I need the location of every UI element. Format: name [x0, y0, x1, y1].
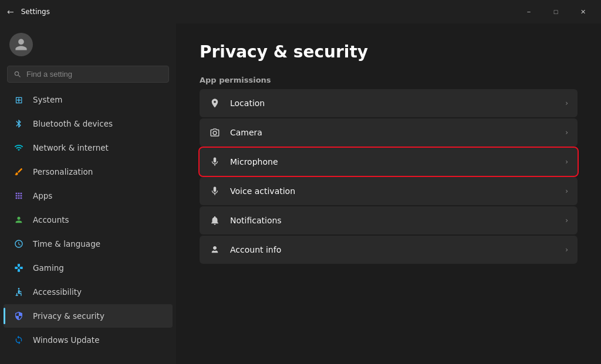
location-icon: [209, 97, 221, 109]
chevron-right-icon: ›: [565, 158, 568, 166]
privacy-icon: [13, 310, 25, 322]
sidebar-item-personalization[interactable]: Personalization: [4, 160, 173, 183]
main-content: Privacy & security App permissions Locat…: [176, 23, 601, 364]
back-icon[interactable]: ←: [7, 7, 14, 16]
settings-row-account[interactable]: Account info ›: [200, 236, 578, 264]
sidebar-item-label: Accessibility: [33, 287, 163, 297]
row-label: Location: [230, 98, 556, 108]
row-label: Notifications: [230, 216, 556, 225]
search-box[interactable]: [7, 66, 169, 83]
settings-row-microphone[interactable]: Microphone ›: [200, 148, 578, 176]
notifications-icon: [209, 215, 221, 226]
accounts-icon: [13, 214, 25, 226]
user-profile[interactable]: [0, 23, 176, 63]
sidebar-item-label: Privacy & security: [33, 311, 163, 321]
sidebar-item-accessibility[interactable]: Accessibility: [4, 280, 173, 304]
title-bar-left: ← Settings: [7, 7, 50, 16]
user-avatar-icon: [14, 38, 28, 52]
voice-icon: [209, 185, 221, 197]
sidebar: ⊞ System Bluetooth & devices Network & i…: [0, 23, 176, 364]
sidebar-item-network[interactable]: Network & internet: [4, 136, 173, 159]
sidebar-item-gaming[interactable]: Gaming: [4, 256, 173, 280]
section-title: App permissions: [200, 76, 578, 84]
update-icon: [13, 334, 25, 346]
sidebar-item-label: Gaming: [33, 263, 163, 273]
apps-icon: [13, 190, 25, 202]
minimize-button[interactable]: −: [515, 2, 542, 21]
settings-list: Location › Camera › Microphone ›: [200, 89, 578, 264]
row-label: Camera: [230, 128, 556, 137]
account-icon: [209, 244, 221, 256]
sidebar-item-label: Bluetooth & devices: [33, 119, 163, 128]
chevron-right-icon: ›: [565, 99, 568, 107]
settings-row-voice[interactable]: Voice activation ›: [200, 177, 578, 205]
maximize-button[interactable]: □: [542, 2, 569, 21]
row-label: Microphone: [230, 157, 556, 166]
camera-icon: [209, 127, 221, 138]
chevron-right-icon: ›: [565, 246, 568, 254]
search-input[interactable]: [26, 70, 163, 79]
settings-row-camera[interactable]: Camera ›: [200, 118, 578, 147]
sidebar-item-label: System: [33, 95, 163, 104]
chevron-right-icon: ›: [565, 187, 568, 195]
chevron-right-icon: ›: [565, 128, 568, 137]
accessibility-icon: [13, 286, 25, 298]
title-bar: ← Settings − □ ✕: [0, 0, 601, 23]
personalization-icon: [13, 166, 25, 178]
sidebar-item-label: Personalization: [33, 167, 163, 176]
sidebar-item-label: Apps: [33, 191, 163, 200]
sidebar-item-label: Time & language: [33, 239, 163, 249]
chevron-right-icon: ›: [565, 216, 568, 224]
title-bar-controls: − □ ✕: [515, 2, 596, 21]
sidebar-item-system[interactable]: ⊞ System: [4, 88, 173, 111]
sidebar-item-apps[interactable]: Apps: [4, 184, 173, 207]
avatar: [9, 33, 33, 56]
sidebar-item-label: Accounts: [33, 215, 163, 224]
svg-point-0: [18, 288, 20, 290]
settings-row-notifications[interactable]: Notifications ›: [200, 206, 578, 234]
time-icon: [13, 238, 25, 250]
app-title: Settings: [21, 8, 50, 16]
system-icon: ⊞: [13, 94, 25, 106]
sidebar-item-label: Network & internet: [33, 143, 163, 152]
gaming-icon: [13, 262, 25, 274]
close-button[interactable]: ✕: [569, 2, 596, 21]
sidebar-item-bluetooth[interactable]: Bluetooth & devices: [4, 112, 173, 135]
search-icon: [13, 70, 22, 79]
app-body: ⊞ System Bluetooth & devices Network & i…: [0, 23, 601, 364]
sidebar-nav: ⊞ System Bluetooth & devices Network & i…: [0, 87, 176, 352]
bluetooth-icon: [13, 118, 25, 130]
sidebar-item-time[interactable]: Time & language: [4, 232, 173, 256]
search-container: [0, 63, 176, 87]
settings-row-location[interactable]: Location ›: [200, 89, 578, 117]
sidebar-item-label: Windows Update: [33, 335, 163, 345]
row-label: Account info: [230, 245, 556, 254]
page-title: Privacy & security: [200, 42, 578, 62]
sidebar-item-accounts[interactable]: Accounts: [4, 208, 173, 232]
sidebar-item-privacy[interactable]: Privacy & security: [4, 304, 173, 328]
microphone-icon: [209, 156, 221, 168]
sidebar-item-update[interactable]: Windows Update: [4, 328, 173, 352]
network-icon: [13, 142, 25, 154]
row-label: Voice activation: [230, 186, 556, 196]
